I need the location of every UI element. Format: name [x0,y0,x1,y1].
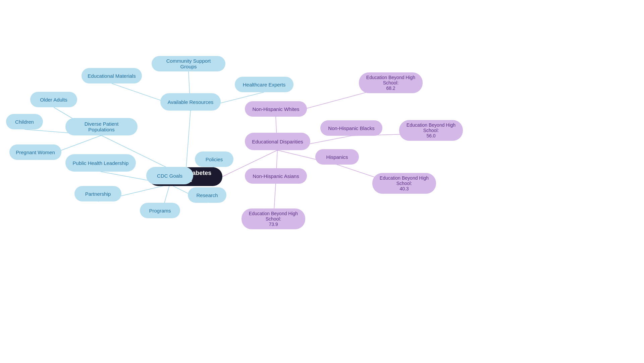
children-node: Children [6,114,43,129]
partnership-node: Partnership [74,186,121,201]
programs-node: Programs [140,203,180,218]
available-resources-node: Available Resources [160,93,221,111]
healthcare-experts-node: Healthcare Experts [235,77,293,92]
edu-blacks-label: Education Beyond High School: 56.0 [405,122,457,138]
policies-node: Policies [195,152,233,167]
edu-asians-node: Education Beyond High School: 73.9 [241,208,305,229]
community-support-groups-node: Community Support Groups [152,56,225,71]
non-hispanic-whites-node: Non-Hispanic Whites [245,101,307,117]
non-hispanic-asians-node: Non-Hispanic Asians [245,168,307,184]
diverse-patient-populations-node: Diverse Patient Populations [65,118,138,135]
edu-whites-label: Education Beyond High School: 68.2 [365,75,417,91]
edu-hispanics-label: Education Beyond High School: 40.3 [378,175,430,191]
edu-blacks-node: Education Beyond High School: 56.0 [399,120,463,141]
cdc-goals-node: CDC Goals [146,167,193,184]
public-health-leadership-node: Public Health Leadership [65,154,136,172]
svg-line-0 [185,111,191,177]
non-hispanic-blacks-node: Non-Hispanic Blacks [320,120,382,136]
pregnant-women-node: Pregnant Women [9,144,61,160]
edu-asians-label: Education Beyond High School: 73.9 [248,211,299,227]
research-node: Research [188,187,226,203]
hispanics-node: Hispanics [315,149,359,165]
educational-materials-node: Educational Materials [82,68,142,83]
educational-disparities-node: Educational Disparities [245,133,310,150]
older-adults-node: Older Adults [30,92,77,107]
edu-hispanics-node: Education Beyond High School: 40.3 [372,173,436,194]
edu-whites-node: Education Beyond High School: 68.2 [359,72,423,93]
